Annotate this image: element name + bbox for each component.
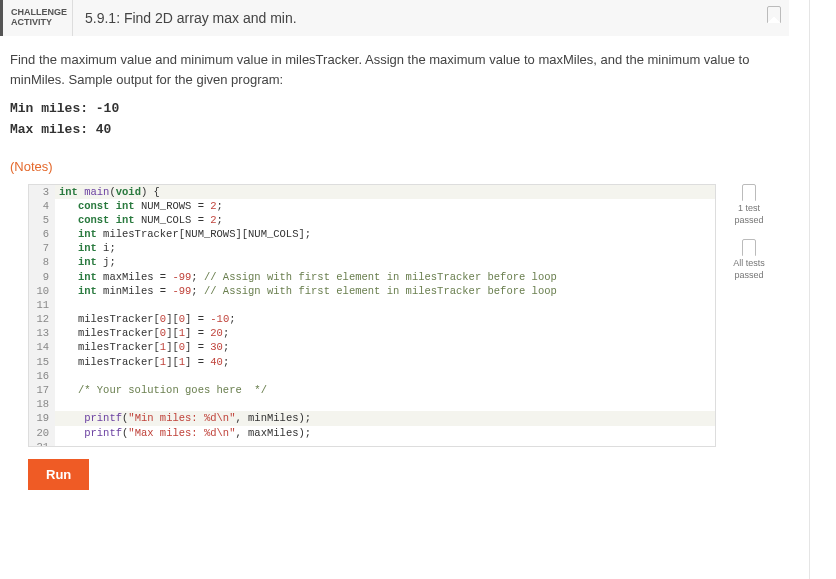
code-line[interactable]: 6 int milesTracker[NUM_ROWS][NUM_COLS]; <box>29 227 715 241</box>
line-number: 7 <box>29 241 55 255</box>
code-content: int minMiles = -99; // Assign with first… <box>55 284 557 298</box>
code-content: int i; <box>55 241 116 255</box>
code-content <box>55 369 59 383</box>
line-number: 18 <box>29 397 55 411</box>
badge-text: All tests <box>733 258 765 268</box>
challenge-header: CHALLENGE ACTIVITY 5.9.1: Find 2D array … <box>0 0 789 36</box>
line-number: 3 <box>29 185 55 199</box>
sample-output: Min miles: -10 Max miles: 40 <box>0 93 789 147</box>
line-number: 10 <box>29 284 55 298</box>
line-number: 11 <box>29 298 55 312</box>
code-content: int maxMiles = -99; // Assign with first… <box>55 270 557 284</box>
code-content: const int NUM_COLS = 2; <box>55 213 223 227</box>
code-content: milesTracker[1][1] = 40; <box>55 355 229 369</box>
bookmark-icon <box>742 239 756 256</box>
line-number: 13 <box>29 326 55 340</box>
challenge-title: 5.9.1: Find 2D array max and min. <box>73 0 767 36</box>
code-line[interactable]: 18 <box>29 397 715 411</box>
code-line[interactable]: 21 <box>29 440 715 446</box>
code-line[interactable]: 10 int minMiles = -99; // Assign with fi… <box>29 284 715 298</box>
badge-text: 1 test <box>738 203 760 213</box>
bookmark-icon <box>742 184 756 201</box>
test-badges: 1 test passed All tests passed <box>726 184 772 294</box>
badge-text: passed <box>734 215 763 225</box>
code-content: printf("Min miles: %d\n", minMiles); <box>55 411 311 425</box>
code-line[interactable]: 15 milesTracker[1][1] = 40; <box>29 355 715 369</box>
bookmark-icon[interactable] <box>767 0 789 36</box>
prompt-text: Find the maximum value and minimum value… <box>0 44 789 93</box>
code-line[interactable]: 17 /* Your solution goes here */ <box>29 383 715 397</box>
line-number: 14 <box>29 340 55 354</box>
code-editor[interactable]: 3int main(void) {4 const int NUM_ROWS = … <box>28 184 716 447</box>
code-line[interactable]: 3int main(void) { <box>29 185 715 199</box>
code-content: milesTracker[0][0] = -10; <box>55 312 236 326</box>
line-number: 16 <box>29 369 55 383</box>
sample-output-line1: Min miles: -10 <box>10 99 789 120</box>
code-line[interactable]: 14 milesTracker[1][0] = 30; <box>29 340 715 354</box>
line-number: 6 <box>29 227 55 241</box>
code-line[interactable]: 13 milesTracker[0][1] = 20; <box>29 326 715 340</box>
line-number: 20 <box>29 426 55 440</box>
code-line[interactable]: 19 printf("Min miles: %d\n", minMiles); <box>29 411 715 425</box>
code-content: /* Your solution goes here */ <box>55 383 267 397</box>
code-content <box>55 298 59 312</box>
line-number: 21 <box>29 440 55 446</box>
code-content: int main(void) { <box>55 185 160 199</box>
code-line[interactable]: 20 printf("Max miles: %d\n", maxMiles); <box>29 426 715 440</box>
code-content: const int NUM_ROWS = 2; <box>55 199 223 213</box>
code-content: milesTracker[1][0] = 30; <box>55 340 229 354</box>
line-number: 8 <box>29 255 55 269</box>
code-line[interactable]: 16 <box>29 369 715 383</box>
code-content: printf("Max miles: %d\n", maxMiles); <box>55 426 311 440</box>
code-content <box>55 397 59 411</box>
line-number: 19 <box>29 411 55 425</box>
line-number: 9 <box>29 270 55 284</box>
code-content <box>55 440 59 446</box>
sample-output-line2: Max miles: 40 <box>10 120 789 141</box>
run-button[interactable]: Run <box>28 459 89 490</box>
badge-text: passed <box>734 270 763 280</box>
code-content: int milesTracker[NUM_ROWS][NUM_COLS]; <box>55 227 311 241</box>
code-line[interactable]: 8 int j; <box>29 255 715 269</box>
notes-link[interactable]: (Notes) <box>0 147 53 184</box>
code-content: int j; <box>55 255 116 269</box>
line-number: 4 <box>29 199 55 213</box>
code-line[interactable]: 5 const int NUM_COLS = 2; <box>29 213 715 227</box>
line-number: 15 <box>29 355 55 369</box>
code-line[interactable]: 9 int maxMiles = -99; // Assign with fir… <box>29 270 715 284</box>
line-number: 12 <box>29 312 55 326</box>
code-line[interactable]: 4 const int NUM_ROWS = 2; <box>29 199 715 213</box>
code-line[interactable]: 11 <box>29 298 715 312</box>
challenge-label-line2: ACTIVITY <box>11 18 64 28</box>
code-line[interactable]: 12 milesTracker[0][0] = -10; <box>29 312 715 326</box>
line-number: 17 <box>29 383 55 397</box>
line-number: 5 <box>29 213 55 227</box>
code-line[interactable]: 7 int i; <box>29 241 715 255</box>
code-content: milesTracker[0][1] = 20; <box>55 326 229 340</box>
challenge-activity-label: CHALLENGE ACTIVITY <box>3 0 73 36</box>
